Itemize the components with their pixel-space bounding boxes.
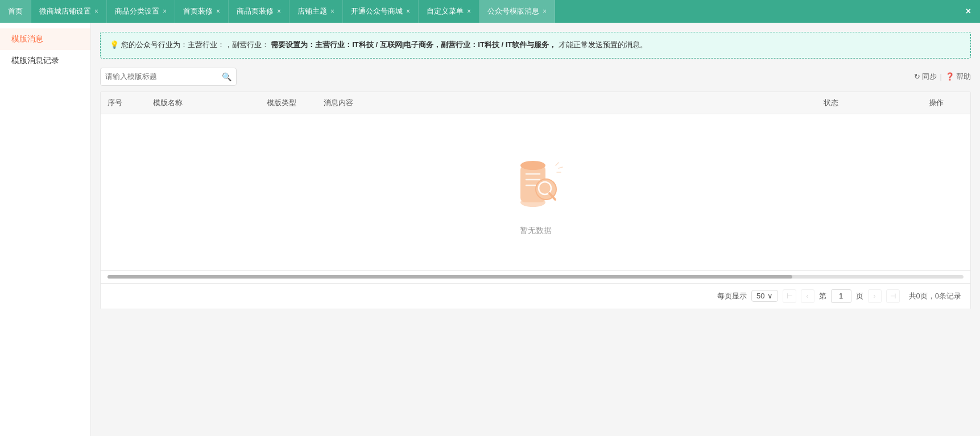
tab-home[interactable]: 首页 [0, 0, 31, 23]
per-page-label: 每页显示 [717, 291, 747, 301]
search-icon[interactable]: 🔍 [222, 72, 231, 81]
total-info: 共0页，0条记录 [909, 291, 961, 301]
col-header-action: 操作 [902, 92, 970, 114]
tab-home-decor[interactable]: 首页装修 × [175, 0, 229, 23]
main-layout: 模版消息 模版消息记录 💡 您的公众号行业为：主营行业：，副营行业： 需要设置为… [0, 23, 980, 436]
chevron-down-icon: ∨ [767, 292, 773, 300]
toolbar: 🔍 ↻ 同步 | ❓ 帮助 [100, 68, 971, 86]
sidebar-item-template-msg[interactable]: 模版消息 [0, 28, 90, 50]
svg-line-10 [559, 167, 563, 168]
svg-line-9 [556, 163, 559, 165]
notice-text-prefix: 您的公众号行业为：主营行业：，副营行业： [121, 40, 269, 49]
content-area: 💡 您的公众号行业为：主营行业：，副营行业： 需要设置为：主营行业：IT科技 /… [91, 23, 980, 436]
col-header-content: 消息内容 [317, 92, 817, 114]
close-tab-custom-menu[interactable]: × [467, 7, 471, 15]
toolbar-right: ↻ 同步 | ❓ 帮助 [914, 72, 971, 82]
pager-prev-button[interactable]: ‹ [801, 289, 814, 303]
tab-product-page-decor-label: 商品页装修 [237, 6, 274, 16]
tab-template-msg-label: 公众号模版消息 [487, 6, 539, 16]
empty-illustration [502, 148, 570, 217]
pager-last-button[interactable]: ⊣ [886, 289, 900, 303]
toolbar-separator: | [940, 72, 942, 81]
tab-custom-menu-label: 自定义菜单 [427, 6, 464, 16]
help-button[interactable]: ❓ 帮助 [945, 72, 971, 82]
empty-text: 暂无数据 [520, 226, 552, 236]
tab-product-page-decor[interactable]: 商品页装修 × [229, 0, 290, 23]
notice-text-suffix: 才能正常发送预置的消息。 [559, 40, 647, 49]
tab-shop-theme[interactable]: 店铺主题 × [290, 0, 343, 23]
notice-icon: 💡 [110, 40, 119, 49]
close-tab-open-mall[interactable]: × [406, 7, 410, 15]
notice-box: 💡 您的公众号行业为：主营行业：，副营行业： 需要设置为：主营行业：IT科技 /… [100, 32, 971, 59]
table-header: 序号 模版名称 模版类型 消息内容 状态 操作 [101, 92, 970, 114]
sync-icon: ↻ [914, 72, 920, 81]
sidebar-item-template-msg-record[interactable]: 模版消息记录 [0, 50, 90, 72]
page-unit: 页 [856, 291, 863, 301]
tab-open-mall-label: 开通公众号商城 [351, 6, 403, 16]
col-header-type: 模版类型 [260, 92, 317, 114]
sidebar: 模版消息 模版消息记录 [0, 23, 91, 436]
sync-label: 同步 [922, 72, 937, 82]
scroll-bar-wrap[interactable] [101, 270, 970, 283]
tab-open-mall[interactable]: 开通公众号商城 × [343, 0, 419, 23]
page-label: 第 [819, 291, 826, 301]
close-tab-template-msg[interactable]: × [543, 7, 547, 15]
search-box: 🔍 [100, 68, 237, 86]
tab-home-label: 首页 [8, 6, 23, 16]
notice-highlight: 需要设置为：主营行业：IT科技 / 互联网|电子商务，副营行业：IT科技 / I… [271, 40, 556, 49]
svg-point-2 [520, 161, 545, 170]
pager-first-button[interactable]: ⊢ [783, 289, 796, 303]
col-header-status: 状态 [817, 92, 902, 114]
close-tab-shop-settings[interactable]: × [94, 7, 98, 15]
per-page-select[interactable]: 50 ∨ [751, 290, 778, 302]
help-label: 帮助 [956, 72, 971, 82]
tab-shop-theme-label: 店铺主题 [297, 6, 327, 16]
tab-product-category-label: 商品分类设置 [115, 6, 159, 16]
scroll-thumb [107, 275, 792, 279]
table: 序号 模版名称 模版类型 消息内容 状态 操作 [100, 92, 971, 309]
sync-button[interactable]: ↻ 同步 [914, 72, 937, 82]
tab-product-category[interactable]: 商品分类设置 × [107, 0, 175, 23]
pagination: 每页显示 50 ∨ ⊢ ‹ 第 页 › ⊣ 共0页，0条记录 [101, 283, 970, 309]
tab-shop-settings[interactable]: 微商城店铺设置 × [31, 0, 107, 23]
tab-custom-menu[interactable]: 自定义菜单 × [419, 0, 479, 23]
tab-home-decor-label: 首页装修 [183, 6, 213, 16]
per-page-value: 50 [756, 292, 764, 300]
help-icon: ❓ [945, 72, 954, 81]
tab-template-msg[interactable]: 公众号模版消息 × [479, 0, 555, 23]
close-tab-product-category[interactable]: × [163, 7, 167, 15]
close-tab-shop-theme[interactable]: × [330, 7, 334, 15]
close-all-button[interactable]: × [957, 6, 980, 16]
top-nav: 首页 微商城店铺设置 × 商品分类设置 × 首页装修 × 商品页装修 × 店铺主… [0, 0, 980, 23]
search-input[interactable] [105, 72, 222, 81]
pager-next-button[interactable]: › [868, 289, 882, 303]
close-tab-home-decor[interactable]: × [216, 7, 220, 15]
tab-shop-settings-label: 微商城店铺设置 [39, 6, 91, 16]
page-input[interactable] [831, 289, 851, 303]
close-tab-product-page-decor[interactable]: × [277, 7, 281, 15]
scroll-track [107, 275, 964, 279]
col-header-seq: 序号 [101, 92, 146, 114]
empty-state: 暂无数据 [101, 114, 970, 270]
col-header-name: 模版名称 [146, 92, 260, 114]
